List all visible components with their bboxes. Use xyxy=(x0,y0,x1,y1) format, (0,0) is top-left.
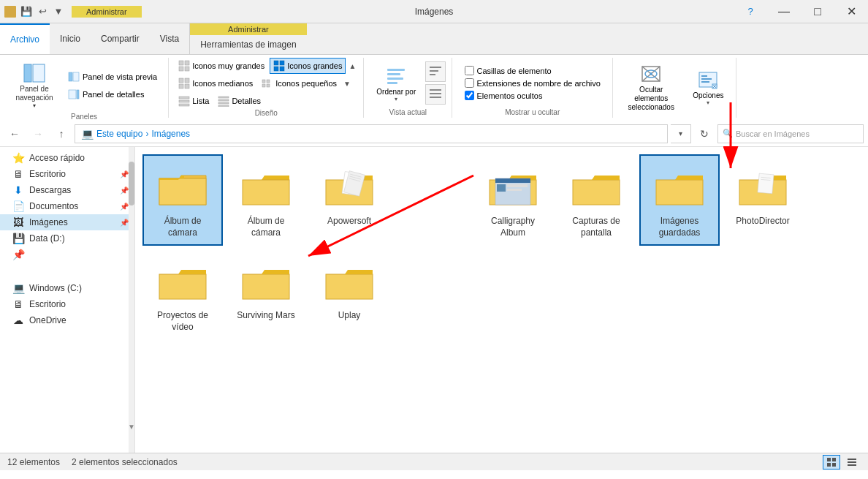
folder-proyectos[interactable]: Proyectos de vídeo xyxy=(142,249,223,340)
svg-rect-13 xyxy=(280,67,284,71)
iconos-pequenos-button[interactable]: Iconos pequeños xyxy=(258,75,340,91)
save-button[interactable]: 💾 xyxy=(19,4,34,19)
sidebar-item-documentos[interactable]: 📄 Documentos 📌 xyxy=(0,198,134,214)
extensiones-input[interactable] xyxy=(465,78,474,88)
ordenar-label: Ordenar por xyxy=(376,88,416,96)
close-button[interactable]: ✕ xyxy=(834,0,868,23)
tab-archivo[interactable]: Archivo xyxy=(0,23,50,54)
layout-scroll-down[interactable]: ▼ xyxy=(342,80,352,88)
sidebar-item-descargas[interactable]: ⬇ Descargas 📌 xyxy=(0,182,134,198)
minimize-button[interactable]: — xyxy=(767,0,801,23)
lista-button[interactable]: Lista xyxy=(175,93,213,109)
sidebar-item-label: Imágenes xyxy=(29,217,68,227)
tab-vista[interactable]: Vista xyxy=(150,23,189,54)
sidebar-item-escritorio2[interactable]: 🖥 Escritorio xyxy=(0,296,134,312)
svg-rect-4 xyxy=(69,90,76,99)
qs-dropdown-button[interactable]: ▼ xyxy=(51,4,66,19)
panel-details-button[interactable]: Panel de detalles xyxy=(63,86,162,102)
iconos-medianos-button[interactable]: Iconos medianos xyxy=(175,75,256,91)
casillas-input[interactable] xyxy=(465,66,474,75)
svg-rect-7 xyxy=(185,61,189,65)
maximize-button[interactable]: □ xyxy=(801,0,834,23)
casillas-checkbox[interactable]: Casillas de elemento xyxy=(465,66,601,75)
sidebar-item-escritorio[interactable]: 🖥 Escritorio 📌 xyxy=(0,166,134,182)
ocultar-icon xyxy=(639,62,663,86)
svg-rect-46 xyxy=(701,78,712,80)
status-bar: 12 elementos 2 elementos seleccionados xyxy=(0,453,868,470)
opciones-button[interactable]: Opciones ▾ xyxy=(686,64,730,110)
sidebar-scrollbar[interactable] xyxy=(129,147,134,453)
folder-grid: Álbum de cámara Álbum de cámara xyxy=(141,153,862,342)
svg-rect-22 xyxy=(179,97,189,99)
svg-rect-79 xyxy=(848,461,856,463)
window-controls: ? — □ ✕ xyxy=(734,0,868,23)
folder-photodirector[interactable]: PhotoDirector xyxy=(723,154,803,246)
pin-icon: 📌 xyxy=(120,170,129,178)
svg-rect-20 xyxy=(262,84,265,87)
view-details-button[interactable] xyxy=(843,455,861,469)
folder-label: Uplay xyxy=(338,310,361,322)
svg-rect-33 xyxy=(430,67,441,68)
sidebar-item-pin[interactable]: 📌 xyxy=(0,246,134,263)
address-path[interactable]: 💻 Este equipo › Imágenes xyxy=(75,124,668,143)
sidebar-scroll-down[interactable]: ▼ xyxy=(127,422,135,431)
sidebar-item-windows[interactable]: 💻 Windows (C:) xyxy=(0,280,134,296)
help-button[interactable]: ? xyxy=(734,0,767,23)
svg-rect-24 xyxy=(179,104,189,106)
sidebar-item-label: Data (D:) xyxy=(29,233,65,244)
ribbon-content: Panel de navegación ▾ Panel de vista pre… xyxy=(0,55,868,121)
folder-imagenes-guardadas[interactable]: Imágenes guardadas xyxy=(639,154,720,246)
iconos-muy-grandes-button[interactable]: Iconos muy grandes xyxy=(175,58,268,74)
pin-icon: 📌 xyxy=(120,219,129,227)
folder-uplay[interactable]: Uplay xyxy=(309,249,389,340)
svg-rect-45 xyxy=(701,75,707,77)
up-button[interactable]: ↑ xyxy=(51,124,72,144)
sidebar-scroll-thumb[interactable] xyxy=(129,162,134,205)
tab-inicio[interactable]: Inicio xyxy=(50,23,91,54)
layout-scroll-up[interactable]: ▲ xyxy=(347,62,357,70)
detalles-button[interactable]: Detalles xyxy=(214,93,264,109)
escritorio2-icon: 🖥 xyxy=(12,298,25,310)
descargas-icon: ⬇ xyxy=(12,184,25,196)
extensiones-checkbox[interactable]: Extensiones de nombre de archivo xyxy=(465,78,601,88)
refresh-button[interactable]: ↻ xyxy=(694,124,715,144)
svg-rect-8 xyxy=(179,67,183,71)
forward-button[interactable]: → xyxy=(28,124,48,144)
ribbon-tabs: Archivo Inicio Compartir Vista Administr… xyxy=(0,23,868,55)
ordenar-button[interactable]: Ordenar por ▾ xyxy=(370,61,422,106)
ocultar-button[interactable]: Ocultar elementos seleccionados xyxy=(619,59,683,116)
iconos-grandes-button[interactable]: Iconos grandes xyxy=(270,58,346,74)
address-dropdown-button[interactable]: ▾ xyxy=(671,124,691,143)
view-icons-button[interactable] xyxy=(823,455,840,469)
sidebar-item-data[interactable]: 💾 Data (D:) xyxy=(0,230,134,246)
data-icon: 💾 xyxy=(12,233,25,244)
svg-rect-78 xyxy=(848,459,856,460)
folder-apowersoft[interactable]: Apowersoft xyxy=(309,154,389,246)
folder-surviving-mars[interactable]: Surviving Mars xyxy=(226,249,306,340)
folder-icon-wrap xyxy=(650,162,709,213)
back-button[interactable]: ← xyxy=(4,124,25,144)
selection-count: 2 elementos seleccionados xyxy=(72,457,178,467)
folder-calligraphy[interactable]: Calligraphy Album xyxy=(473,154,553,246)
sidebar-item-onedrive[interactable]: ☁ OneDrive xyxy=(0,312,134,328)
folder-capturas[interactable]: Capturas de pantalla xyxy=(556,154,636,246)
tab-compartir[interactable]: Compartir xyxy=(91,23,150,54)
folder-album-camara-2[interactable]: Álbum de cámara xyxy=(226,154,306,246)
sort-extra-btn2[interactable] xyxy=(425,84,446,105)
undo-button[interactable]: ↩ xyxy=(35,4,50,19)
sidebar-item-label: Escritorio xyxy=(29,169,66,179)
ocultos-checkbox[interactable]: Elementos ocultos xyxy=(465,91,601,100)
panel-preview-button[interactable]: Panel de vista previa xyxy=(63,69,162,85)
folder-album-camara-1[interactable]: Álbum de cámara xyxy=(142,154,223,246)
ribbon-group-ocultar: Ocultar elementos seleccionados xyxy=(613,58,736,118)
sidebar-item-label: Descargas xyxy=(29,185,71,195)
search-box[interactable]: 🔍 Buscar en Imágenes xyxy=(717,124,864,143)
sidebar-item-imagenes[interactable]: 🖼 Imágenes 📌 xyxy=(0,214,134,230)
tab-herramientas[interactable]: Herramientas de imagen xyxy=(190,35,306,54)
svg-rect-3 xyxy=(73,72,79,81)
ocultos-input[interactable] xyxy=(465,91,474,100)
svg-rect-18 xyxy=(262,80,265,83)
sidebar-item-acceso-rapido[interactable]: ⭐ Acceso rápido xyxy=(0,150,134,166)
panel-navegacion-button[interactable]: Panel de navegación ▾ xyxy=(6,58,63,113)
sort-extra-btn1[interactable] xyxy=(425,61,446,82)
